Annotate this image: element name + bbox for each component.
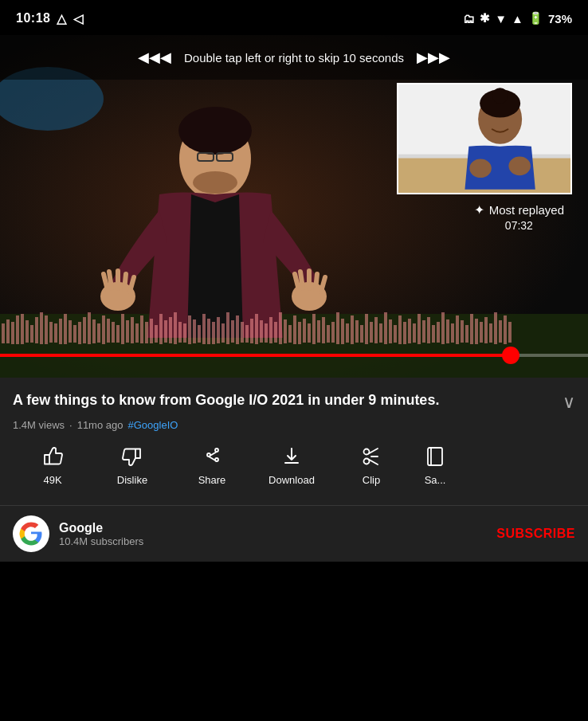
svg-rect-194 xyxy=(327,325,330,343)
svg-rect-211 xyxy=(408,319,411,343)
svg-rect-231 xyxy=(504,315,507,344)
collapse-button[interactable]: ∨ xyxy=(563,392,575,413)
svg-rect-127 xyxy=(6,319,10,343)
video-player[interactable]: ◀◀◀ Double tap left or right to skip 10 … xyxy=(0,35,588,378)
svg-rect-153 xyxy=(131,317,134,343)
svg-rect-157 xyxy=(150,319,153,343)
most-replayed-thumbnail xyxy=(397,83,572,194)
download-button[interactable]: Download xyxy=(252,439,331,492)
view-count: 1.4M views xyxy=(13,419,65,431)
svg-rect-192 xyxy=(317,320,320,343)
clip-icon xyxy=(360,445,382,471)
status-left: 10:18 △ ◁ xyxy=(16,11,83,26)
svg-rect-220 xyxy=(451,323,454,343)
svg-rect-154 xyxy=(135,323,139,343)
share-icon xyxy=(201,445,223,471)
like-button[interactable]: 49K xyxy=(13,439,92,492)
svg-rect-188 xyxy=(298,322,301,344)
dislike-button[interactable]: Dislike xyxy=(92,439,172,492)
save-icon xyxy=(424,445,446,471)
svg-rect-186 xyxy=(288,325,292,343)
svg-rect-202 xyxy=(365,314,368,344)
svg-point-17 xyxy=(508,157,530,176)
waveform-svg xyxy=(0,308,588,347)
svg-rect-131 xyxy=(25,320,29,343)
clip-label: Clip xyxy=(363,474,380,486)
progress-fill xyxy=(0,354,512,357)
svg-rect-193 xyxy=(322,317,325,343)
svg-rect-171 xyxy=(217,317,220,343)
svg-rect-169 xyxy=(207,319,210,344)
svg-rect-159 xyxy=(159,314,163,344)
svg-rect-161 xyxy=(169,317,172,343)
svg-rect-210 xyxy=(403,322,406,344)
svg-rect-183 xyxy=(274,322,277,343)
svg-rect-178 xyxy=(250,319,253,343)
svg-rect-140 xyxy=(69,320,72,343)
svg-rect-165 xyxy=(188,315,191,344)
subscribe-button[interactable]: SUBSCRIBE xyxy=(496,527,575,541)
svg-rect-137 xyxy=(54,323,57,343)
signal-icon: ▲ xyxy=(512,12,523,25)
save-label: Sa... xyxy=(425,474,446,486)
svg-rect-229 xyxy=(494,312,497,344)
svg-rect-205 xyxy=(379,323,382,343)
video-title: A few things to know from Google I/O 202… xyxy=(13,390,553,409)
progress-bar[interactable] xyxy=(0,354,588,357)
svg-rect-238 xyxy=(428,448,442,465)
svg-rect-196 xyxy=(336,312,339,344)
svg-point-9 xyxy=(193,171,237,194)
most-replayed-time: 07:32 xyxy=(505,219,533,232)
download-icon xyxy=(280,445,303,471)
svg-rect-179 xyxy=(255,314,258,344)
svg-rect-225 xyxy=(475,319,478,344)
waveform-area xyxy=(0,308,588,347)
skip-right-arrows: ▶▶▶ xyxy=(417,49,450,66)
svg-rect-130 xyxy=(21,314,24,344)
svg-rect-232 xyxy=(508,322,512,343)
svg-rect-228 xyxy=(489,323,492,343)
notification-icon-1: △ xyxy=(57,11,67,26)
svg-rect-167 xyxy=(198,325,201,343)
svg-rect-209 xyxy=(398,315,402,344)
status-right: 🗂 ✱ ▼ ▲ 🔋 73% xyxy=(463,11,572,25)
save-button[interactable]: Sa... xyxy=(411,439,459,492)
share-button[interactable]: Share xyxy=(172,439,252,492)
separator: · xyxy=(69,419,73,431)
dislike-label: Dislike xyxy=(117,474,147,486)
svg-rect-207 xyxy=(389,319,392,343)
hashtag-link[interactable]: #GoogleIO xyxy=(127,419,178,431)
svg-rect-203 xyxy=(370,322,373,343)
notification-icon-2: ◁ xyxy=(73,11,84,26)
svg-rect-134 xyxy=(40,312,43,344)
svg-rect-152 xyxy=(126,320,129,343)
svg-rect-201 xyxy=(360,325,363,343)
svg-rect-191 xyxy=(312,314,316,344)
thumbnail-svg xyxy=(398,83,570,194)
svg-rect-181 xyxy=(265,323,268,343)
clip-button[interactable]: Clip xyxy=(331,439,411,492)
svg-rect-129 xyxy=(16,315,19,344)
svg-rect-190 xyxy=(308,323,311,343)
svg-rect-198 xyxy=(346,323,349,343)
svg-rect-224 xyxy=(470,314,473,344)
svg-rect-214 xyxy=(422,320,425,343)
channel-logo[interactable] xyxy=(13,515,49,552)
status-bar: 10:18 △ ◁ 🗂 ✱ ▼ ▲ 🔋 73% xyxy=(0,0,588,35)
svg-rect-182 xyxy=(269,317,272,343)
battery-percent: 73% xyxy=(548,12,572,25)
svg-rect-195 xyxy=(331,322,335,343)
bluetooth-icon: ✱ xyxy=(480,11,490,25)
svg-rect-168 xyxy=(202,314,206,344)
svg-rect-136 xyxy=(49,322,53,343)
svg-rect-213 xyxy=(417,314,421,344)
svg-rect-150 xyxy=(116,325,120,343)
svg-point-4 xyxy=(178,107,252,155)
progress-thumb[interactable] xyxy=(502,347,519,364)
svg-rect-212 xyxy=(413,323,416,343)
svg-rect-218 xyxy=(441,312,445,344)
svg-rect-156 xyxy=(145,322,148,343)
svg-rect-204 xyxy=(374,317,378,343)
svg-rect-139 xyxy=(64,314,67,344)
svg-rect-197 xyxy=(341,319,344,344)
